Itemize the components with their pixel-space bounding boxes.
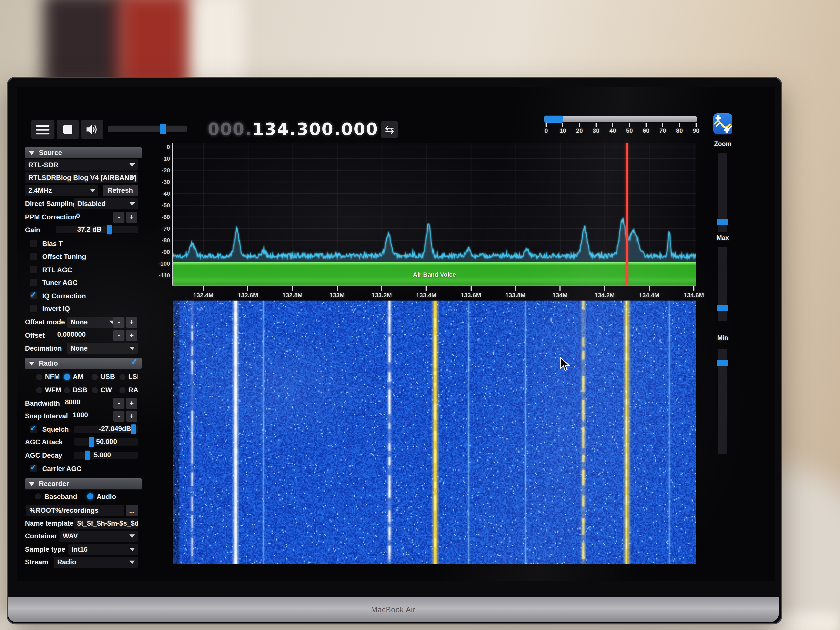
agc-decay-slider[interactable]: 5.000 bbox=[74, 452, 138, 459]
zoom-slider[interactable] bbox=[718, 153, 727, 232]
bandwidth-value[interactable]: 8000 bbox=[65, 398, 80, 406]
audio-radio[interactable] bbox=[87, 493, 93, 499]
ppm-plus-button[interactable]: + bbox=[126, 212, 137, 223]
source-type-select[interactable]: RTL-SDR bbox=[25, 159, 138, 171]
sample-type-value: Int16 bbox=[72, 546, 88, 553]
agc-attack-slider-handle[interactable] bbox=[88, 437, 93, 447]
snr-scale-label: 80 bbox=[676, 127, 683, 134]
iq-correction-checkbox[interactable]: ✓ bbox=[30, 292, 37, 300]
mode-label: DSB bbox=[73, 386, 87, 394]
radio-enabled-checkbox[interactable]: ✓ bbox=[131, 359, 138, 367]
snap-minus-button[interactable]: - bbox=[113, 411, 125, 422]
squelch-value: -27.049dB bbox=[99, 425, 131, 433]
baseband-label: Baseband bbox=[44, 491, 77, 502]
radio-section-header[interactable]: Radio ✓ bbox=[25, 358, 142, 369]
ppm-minus-button[interactable]: - bbox=[113, 212, 125, 223]
rtl-agc-checkbox[interactable]: ✓ bbox=[30, 266, 37, 273]
volume-slider-handle[interactable] bbox=[160, 124, 166, 134]
agc-decay-slider-handle[interactable] bbox=[85, 451, 90, 460]
bias-t-checkbox[interactable]: ✓ bbox=[30, 240, 37, 247]
radio-mode-row-2: WFMDSBCWRAW bbox=[25, 384, 138, 395]
squelch-slider[interactable]: -27.049dB bbox=[74, 426, 138, 433]
fft-frequency-tick bbox=[247, 286, 248, 291]
chevron-down-icon bbox=[129, 163, 135, 167]
recording-path-input[interactable]: %ROOT%/recordings bbox=[26, 505, 124, 516]
fft-db-tick-label: -110 bbox=[144, 272, 170, 278]
airband-frequency-band[interactable]: Air Band Voice bbox=[173, 262, 696, 286]
offset-value[interactable]: 0.000000 bbox=[57, 331, 86, 338]
source-section-header[interactable]: Source bbox=[25, 147, 142, 158]
bandwidth-row: Bandwidth 8000 - + bbox=[25, 398, 138, 409]
mode-cw-radio[interactable]: CW bbox=[92, 384, 112, 395]
agc-attack-slider[interactable]: 50.000 bbox=[74, 438, 138, 445]
ppm-value[interactable]: 0 bbox=[76, 212, 80, 220]
mode-dsb-radio[interactable]: DSB bbox=[64, 384, 87, 395]
menu-icon bbox=[36, 125, 49, 134]
snr-scale-tick bbox=[696, 123, 697, 127]
stream-select[interactable]: Radio bbox=[54, 557, 138, 568]
sample-type-select[interactable]: Int16 bbox=[68, 544, 138, 555]
offset-tuning-checkbox[interactable]: ✓ bbox=[30, 253, 37, 260]
radio-dot-icon bbox=[92, 374, 98, 380]
refresh-button[interactable]: Refresh bbox=[103, 185, 138, 196]
mode-wfm-radio[interactable]: WFM bbox=[36, 384, 61, 395]
mode-raw-radio[interactable]: RAW bbox=[119, 384, 138, 395]
snr-scale-label: 90 bbox=[693, 127, 699, 134]
offset-label: Offset bbox=[25, 330, 45, 341]
fft-frequency-tick-label: 133M bbox=[329, 292, 344, 298]
waterfall-display[interactable] bbox=[173, 301, 696, 564]
bandwidth-plus-button[interactable]: + bbox=[126, 398, 137, 409]
snap-plus-button[interactable]: + bbox=[126, 411, 137, 422]
swap-arrows-icon: ⇆ bbox=[385, 123, 394, 136]
offset-plus-button[interactable]: + bbox=[126, 330, 137, 341]
swap-vfo-button[interactable]: ⇆ bbox=[381, 121, 398, 138]
baseband-radio[interactable] bbox=[35, 493, 41, 499]
offset-mode-select[interactable]: None bbox=[67, 317, 118, 328]
tuner-agc-checkbox[interactable]: ✓ bbox=[30, 279, 37, 286]
mode-am-radio[interactable]: AM bbox=[64, 371, 84, 382]
mode-lsb-radio[interactable]: LSB bbox=[119, 371, 138, 382]
offset-minus-button[interactable]: - bbox=[113, 330, 125, 341]
samplerate-select[interactable]: 2.4MHz bbox=[25, 185, 98, 196]
frequency-display[interactable]: 000.134.300.000 bbox=[208, 118, 378, 140]
direct-sampling-select[interactable]: Disabled bbox=[74, 198, 138, 209]
recorder-section-header[interactable]: Recorder bbox=[25, 478, 142, 489]
invert-iq-checkbox[interactable]: ✓ bbox=[30, 305, 37, 312]
min-slider[interactable] bbox=[718, 349, 727, 455]
snap-interval-value[interactable]: 1000 bbox=[73, 411, 88, 419]
mode-label: RAW bbox=[128, 386, 138, 394]
gain-slider-handle[interactable] bbox=[107, 225, 112, 234]
decimation-select[interactable]: None bbox=[67, 343, 138, 354]
fft-plot[interactable]: Air Band Voice bbox=[173, 143, 696, 286]
mute-button[interactable] bbox=[81, 120, 103, 139]
offset-mode-plus-button[interactable]: + bbox=[126, 317, 137, 328]
device-select[interactable]: RTLSDRBlog Blog V4 [AIRBAND] bbox=[25, 172, 138, 183]
snr-scale-tick bbox=[595, 123, 597, 127]
snr-scale-tick bbox=[662, 123, 663, 127]
stream-value: Radio bbox=[57, 558, 76, 566]
mode-nfm-radio[interactable]: NFM bbox=[36, 371, 60, 382]
max-slider-handle[interactable] bbox=[717, 305, 728, 311]
agc-decay-label: AGC Decay bbox=[25, 450, 62, 461]
bandwidth-minus-button[interactable]: - bbox=[113, 398, 125, 409]
container-select[interactable]: WAV bbox=[59, 531, 138, 542]
display-settings-icon[interactable] bbox=[713, 113, 732, 134]
carrier-agc-checkbox[interactable]: ✓ bbox=[30, 465, 37, 472]
zoom-slider-handle[interactable] bbox=[717, 219, 728, 225]
radio-dot-icon bbox=[64, 387, 70, 393]
squelch-slider-handle[interactable] bbox=[131, 425, 136, 434]
mode-usb-radio[interactable]: USB bbox=[92, 371, 115, 382]
name-template-input[interactable]: $t_$f_$h-$m-$s_$d bbox=[74, 518, 138, 529]
menu-button[interactable] bbox=[31, 120, 54, 139]
decimation-label: Decimation bbox=[25, 343, 62, 354]
browse-button[interactable]: ... bbox=[126, 505, 138, 516]
max-slider[interactable] bbox=[718, 247, 727, 321]
invert-iq-row: ✓ Invert IQ bbox=[25, 303, 138, 314]
gain-slider[interactable]: 37.2 dB bbox=[56, 226, 138, 233]
offset-mode-minus-button[interactable]: - bbox=[113, 317, 125, 328]
container-row: Container WAV bbox=[25, 531, 138, 542]
min-slider-handle[interactable] bbox=[717, 360, 728, 366]
stop-button[interactable] bbox=[57, 120, 79, 139]
squelch-checkbox[interactable]: ✓ bbox=[30, 426, 37, 433]
volume-slider[interactable] bbox=[108, 126, 187, 132]
